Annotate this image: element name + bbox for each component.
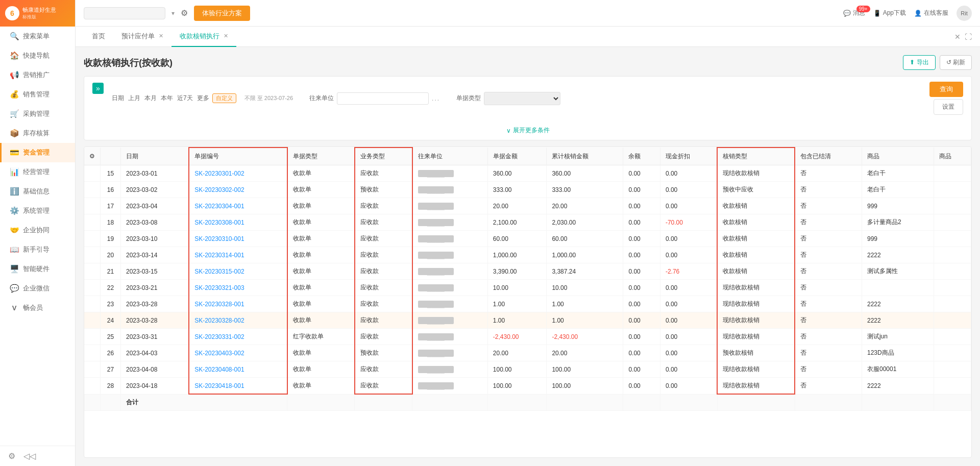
table-row[interactable]: 19 2023-03-10 SK-20230310-001 收款单 应收款 ██… bbox=[84, 231, 971, 247]
doc-no-link[interactable]: SK-20230408-001 bbox=[194, 366, 244, 373]
app-download-area[interactable]: 📱 App下载 bbox=[873, 9, 906, 17]
doc-no-link[interactable]: SK-20230328-002 bbox=[194, 317, 244, 324]
doc-no-link[interactable]: SK-20230331-002 bbox=[194, 333, 244, 340]
cell-doc-no[interactable]: SK-20230315-002 bbox=[189, 263, 287, 280]
doc-no-link[interactable]: SK-20230308-001 bbox=[194, 219, 244, 226]
col-date[interactable]: 日期 bbox=[121, 148, 189, 165]
close-window-icon[interactable]: ✕ bbox=[954, 33, 961, 41]
table-row[interactable]: 27 2023-04-08 SK-20230408-001 收款单 应收款 ██… bbox=[84, 361, 971, 378]
doc-no-link[interactable]: SK-20230314-001 bbox=[194, 252, 244, 259]
table-row[interactable]: 20 2023-03-14 SK-20230314-001 收款单 应收款 ██… bbox=[84, 247, 971, 263]
col-doc-no[interactable]: 单据编号 bbox=[189, 148, 287, 165]
cell-doc-no[interactable]: SK-20230310-001 bbox=[189, 231, 287, 247]
messages-area[interactable]: 💬 消息 99+ bbox=[843, 9, 865, 17]
col-partner[interactable]: 往来单位 bbox=[412, 148, 488, 165]
filter-toggle-button[interactable]: » bbox=[92, 83, 104, 94]
settings-gear-icon[interactable]: ⚙ bbox=[8, 451, 15, 461]
cell-doc-no[interactable]: SK-20230418-001 bbox=[189, 378, 287, 395]
tab-pre-payment-close[interactable]: ✕ bbox=[159, 33, 163, 39]
doc-no-link[interactable]: SK-20230310-001 bbox=[194, 235, 244, 242]
col-writeoff-type[interactable]: 核销类型 bbox=[717, 148, 795, 165]
col-balance[interactable]: 余额 bbox=[623, 148, 660, 165]
tab-collection-close[interactable]: ✕ bbox=[224, 33, 228, 39]
export-button[interactable]: ⬆ 导出 bbox=[903, 55, 935, 70]
table-row[interactable]: 18 2023-03-08 SK-20230308-001 收款单 应收款 ██… bbox=[84, 214, 971, 231]
table-row[interactable]: 21 2023-03-15 SK-20230315-002 收款单 应收款 ██… bbox=[84, 263, 971, 280]
doc-no-link[interactable]: SK-20230403-002 bbox=[194, 350, 244, 357]
col-cash-discount[interactable]: 现金折扣 bbox=[660, 148, 717, 165]
table-row[interactable]: 17 2023-03-04 SK-20230304-001 收款单 应收款 ██… bbox=[84, 198, 971, 214]
sidebar-item-guide[interactable]: 📖 新手引导 bbox=[0, 240, 75, 259]
dropdown-arrow-icon[interactable]: ▾ bbox=[172, 10, 175, 17]
sidebar-item-purchase[interactable]: 🛒 采购管理 bbox=[0, 104, 75, 124]
cell-doc-no[interactable]: SK-20230331-002 bbox=[189, 329, 287, 345]
cell-doc-no[interactable]: SK-20230403-002 bbox=[189, 345, 287, 361]
table-row[interactable]: 23 2023-03-28 SK-20230328-001 收款单 应收款 ██… bbox=[84, 296, 971, 312]
cell-doc-no[interactable]: SK-20230328-002 bbox=[189, 312, 287, 329]
date-7days[interactable]: 近7天 bbox=[176, 93, 194, 103]
cell-doc-no[interactable]: SK-20230321-003 bbox=[189, 280, 287, 296]
table-row[interactable]: 28 2023-04-18 SK-20230418-001 收款单 应收款 ██… bbox=[84, 378, 971, 395]
sidebar-item-sales[interactable]: 💰 销售管理 bbox=[0, 85, 75, 104]
cell-doc-no[interactable]: SK-20230328-001 bbox=[189, 296, 287, 312]
user-avatar[interactable]: Rit bbox=[957, 6, 972, 21]
cell-doc-no[interactable]: SK-20230304-001 bbox=[189, 198, 287, 214]
col-goods[interactable]: 商品 bbox=[862, 148, 934, 165]
partner-filter-input[interactable] bbox=[337, 92, 429, 105]
doc-no-link[interactable]: SK-20230304-001 bbox=[194, 203, 244, 210]
table-row[interactable]: 24 2023-03-28 SK-20230328-002 收款单 应收款 ██… bbox=[84, 312, 971, 329]
date-this-year[interactable]: 本年 bbox=[160, 93, 174, 103]
col-doc-amount[interactable]: 单据金额 bbox=[487, 148, 547, 165]
col-cum-writeoff[interactable]: 累计核销金额 bbox=[547, 148, 623, 165]
doc-no-link[interactable]: SK-20230321-003 bbox=[194, 284, 244, 291]
expand-more-conditions[interactable]: ∨ 展开更多条件 bbox=[506, 126, 550, 135]
sidebar-item-marketing[interactable]: 📢 营销推广 bbox=[0, 65, 75, 85]
sidebar-item-member[interactable]: V 畅会员 bbox=[0, 298, 75, 317]
sidebar-item-system[interactable]: ⚙️ 系统管理 bbox=[0, 201, 75, 220]
sidebar-item-operations[interactable]: 📊 经营管理 bbox=[0, 162, 75, 182]
collapse-icon[interactable]: ◁◁ bbox=[23, 451, 36, 461]
sidebar-item-wechat[interactable]: 💬 企业微信 bbox=[0, 279, 75, 298]
settings-filter-button[interactable]: 设置 bbox=[934, 99, 963, 115]
sidebar-item-finance[interactable]: 💳 资金管理 bbox=[0, 143, 75, 162]
table-row[interactable]: 22 2023-03-21 SK-20230321-003 收款单 应收款 ██… bbox=[84, 280, 971, 296]
col-biz-type[interactable]: 业务类型 bbox=[355, 148, 412, 165]
sidebar-item-inventory[interactable]: 📦 库存核算 bbox=[0, 124, 75, 143]
date-last-month[interactable]: 上月 bbox=[127, 93, 141, 103]
tab-home[interactable]: 首页 bbox=[84, 27, 113, 47]
cell-doc-no[interactable]: SK-20230302-002 bbox=[189, 182, 287, 198]
query-button[interactable]: 查询 bbox=[929, 82, 963, 97]
doc-no-link[interactable]: SK-20230302-002 bbox=[194, 186, 244, 193]
breadcrumb-search[interactable] bbox=[84, 7, 165, 19]
gear-settings-icon[interactable]: ⚙ bbox=[181, 8, 188, 18]
doc-type-filter-select[interactable] bbox=[484, 92, 560, 105]
tab-pre-payment[interactable]: 预计应付单 ✕ bbox=[113, 27, 172, 47]
col-include-settled[interactable]: 包含已结清 bbox=[795, 148, 862, 165]
sidebar-item-company[interactable]: 🤝 企业协同 bbox=[0, 220, 75, 240]
sidebar-item-search[interactable]: 🔍 搜索菜单 bbox=[0, 27, 75, 46]
doc-no-link[interactable]: SK-20230301-002 bbox=[194, 170, 244, 177]
tab-collection[interactable]: 收款核销执行 ✕ bbox=[172, 27, 236, 47]
cell-doc-no[interactable]: SK-20230301-002 bbox=[189, 165, 287, 182]
doc-no-link[interactable]: SK-20230328-001 bbox=[194, 301, 244, 308]
cell-doc-no[interactable]: SK-20230408-001 bbox=[189, 361, 287, 378]
sidebar-item-basic[interactable]: ℹ️ 基础信息 bbox=[0, 182, 75, 201]
expand-window-icon[interactable]: ⛶ bbox=[965, 33, 972, 41]
table-row[interactable]: 15 2023-03-01 SK-20230301-002 收款单 应收款 ██… bbox=[84, 165, 971, 182]
col-goods2[interactable]: 商品 bbox=[934, 148, 971, 165]
date-more[interactable]: 更多 bbox=[196, 93, 210, 103]
date-custom-btn[interactable]: 自定义 bbox=[212, 93, 236, 103]
solution-button[interactable]: 体验行业方案 bbox=[194, 6, 250, 21]
sidebar-item-quick-nav[interactable]: 🏠 快捷导航 bbox=[0, 46, 75, 65]
table-row[interactable]: 25 2023-03-31 SK-20230331-002 红字收款单 应收款 … bbox=[84, 329, 971, 345]
doc-no-link[interactable]: SK-20230315-002 bbox=[194, 268, 244, 275]
refresh-button[interactable]: ↺ 刷新 bbox=[940, 55, 972, 70]
col-settings[interactable]: ⚙ bbox=[84, 148, 101, 165]
col-doc-type[interactable]: 单据类型 bbox=[287, 148, 355, 165]
cell-doc-no[interactable]: SK-20230308-001 bbox=[189, 214, 287, 231]
online-service-area[interactable]: 👤 在线客服 bbox=[914, 9, 948, 17]
sidebar-item-hardware[interactable]: 🖥️ 智能硬件 bbox=[0, 259, 75, 279]
date-this-month[interactable]: 本月 bbox=[143, 93, 158, 103]
table-row[interactable]: 16 2023-03-02 SK-20230302-002 收款单 预收款 ██… bbox=[84, 182, 971, 198]
cell-doc-no[interactable]: SK-20230314-001 bbox=[189, 247, 287, 263]
